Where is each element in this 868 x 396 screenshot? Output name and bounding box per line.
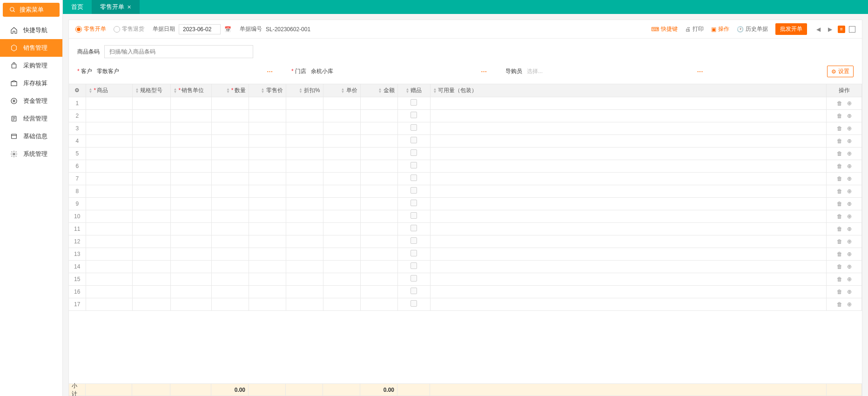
delete-icon[interactable]: 🗑: [837, 251, 842, 257]
cell-product[interactable]: [86, 285, 132, 298]
cell-retail-price[interactable]: [249, 235, 286, 248]
cell-unit-price[interactable]: [323, 222, 360, 235]
cell-spec[interactable]: [132, 134, 170, 147]
cell-gift[interactable]: [397, 273, 430, 285]
cell-spec[interactable]: [132, 298, 170, 310]
cell-unit-price[interactable]: [323, 160, 360, 172]
sidebar-item-3[interactable]: 库存核算: [0, 74, 62, 92]
cell-amount[interactable]: [360, 197, 397, 210]
cell-qty[interactable]: [211, 197, 249, 210]
cell-retail-price[interactable]: [249, 298, 286, 310]
insert-icon[interactable]: ⊕: [847, 138, 852, 144]
delete-icon[interactable]: 🗑: [837, 175, 842, 182]
cell-product[interactable]: [86, 147, 132, 160]
cell-discount[interactable]: [286, 260, 323, 273]
cell-unit-price[interactable]: [323, 109, 360, 122]
cell-unit-price[interactable]: [323, 172, 360, 185]
cell-unit[interactable]: [170, 260, 211, 273]
cell-amount[interactable]: [360, 134, 397, 147]
cell-qty[interactable]: [211, 222, 249, 235]
table-row[interactable]: 3🗑⊕: [69, 122, 862, 134]
cell-amount[interactable]: [360, 185, 397, 197]
cell-qty[interactable]: [211, 248, 249, 260]
cell-amount[interactable]: [360, 235, 397, 248]
cell-unit[interactable]: [170, 298, 211, 310]
cell-product[interactable]: [86, 122, 132, 134]
cell-retail-price[interactable]: [249, 160, 286, 172]
delete-icon[interactable]: 🗑: [837, 113, 842, 119]
gift-checkbox[interactable]: [410, 99, 417, 106]
delete-icon[interactable]: 🗑: [837, 138, 842, 144]
cell-qty[interactable]: [211, 160, 249, 172]
gift-checkbox[interactable]: [410, 137, 417, 143]
search-menu-button[interactable]: 搜索菜单: [3, 3, 60, 17]
cell-qty[interactable]: [211, 185, 249, 197]
cell-unit-price[interactable]: [323, 260, 360, 273]
cell-amount[interactable]: [360, 298, 397, 310]
cell-retail-price[interactable]: [249, 134, 286, 147]
cell-qty[interactable]: [211, 235, 249, 248]
cell-unit[interactable]: [170, 97, 211, 109]
cell-spec[interactable]: [132, 273, 170, 285]
cell-spec[interactable]: [132, 248, 170, 260]
table-row[interactable]: 17🗑⊕: [69, 298, 862, 310]
cell-unit[interactable]: [170, 273, 211, 285]
cell-unit-price[interactable]: [323, 147, 360, 160]
th-discount[interactable]: 折扣%: [286, 84, 323, 97]
cell-qty[interactable]: [211, 172, 249, 185]
cell-spec[interactable]: [132, 222, 170, 235]
cell-discount[interactable]: [286, 197, 323, 210]
cell-unit[interactable]: [170, 134, 211, 147]
cell-unit[interactable]: [170, 122, 211, 134]
cell-retail-price[interactable]: [249, 197, 286, 210]
cell-discount[interactable]: [286, 222, 323, 235]
sidebar-item-2[interactable]: 采购管理: [0, 57, 62, 74]
cell-unit[interactable]: [170, 222, 211, 235]
cell-spec[interactable]: [132, 147, 170, 160]
cell-product[interactable]: [86, 222, 132, 235]
sidebar-item-1[interactable]: 销售管理: [0, 39, 62, 57]
cell-qty[interactable]: [211, 122, 249, 134]
cell-amount[interactable]: [360, 109, 397, 122]
delete-icon[interactable]: 🗑: [837, 213, 842, 220]
cell-discount[interactable]: [286, 210, 323, 222]
cell-product[interactable]: [86, 97, 132, 109]
gift-checkbox[interactable]: [410, 112, 417, 118]
insert-icon[interactable]: ⊕: [847, 301, 852, 308]
radio-retail-sale[interactable]: 零售开单: [75, 25, 106, 33]
table-row[interactable]: 16🗑⊕: [69, 285, 862, 298]
cell-retail-price[interactable]: [249, 273, 286, 285]
cell-discount[interactable]: [286, 134, 323, 147]
cell-qty[interactable]: [211, 260, 249, 273]
delete-icon[interactable]: 🗑: [837, 100, 842, 107]
cell-spec[interactable]: [132, 122, 170, 134]
insert-icon[interactable]: ⊕: [847, 251, 852, 257]
date-input[interactable]: 2023-06-02: [179, 24, 221, 34]
cell-amount[interactable]: [360, 147, 397, 160]
table-row[interactable]: 5🗑⊕: [69, 147, 862, 160]
cell-gift[interactable]: [397, 197, 430, 210]
sidebar-item-4[interactable]: 资金管理: [0, 92, 62, 110]
cell-discount[interactable]: [286, 248, 323, 260]
insert-icon[interactable]: ⊕: [847, 113, 852, 119]
delete-icon[interactable]: 🗑: [837, 226, 842, 232]
shortcut-link[interactable]: ⌨ 快捷键: [651, 25, 678, 33]
customer-picker-icon[interactable]: ···: [267, 68, 273, 75]
cell-product[interactable]: [86, 160, 132, 172]
cell-discount[interactable]: [286, 160, 323, 172]
cell-amount[interactable]: [360, 97, 397, 109]
delete-icon[interactable]: 🗑: [837, 263, 842, 270]
table-row[interactable]: 11🗑⊕: [69, 222, 862, 235]
prev-icon[interactable]: ◀: [814, 25, 822, 34]
cell-spec[interactable]: [132, 185, 170, 197]
cell-product[interactable]: [86, 134, 132, 147]
operate-link[interactable]: ▣ 操作: [711, 25, 729, 33]
delete-icon[interactable]: 🗑: [837, 201, 842, 207]
cell-unit[interactable]: [170, 210, 211, 222]
cell-discount[interactable]: [286, 147, 323, 160]
cell-unit-price[interactable]: [323, 185, 360, 197]
cell-qty[interactable]: [211, 298, 249, 310]
cell-amount[interactable]: [360, 122, 397, 134]
cell-product[interactable]: [86, 248, 132, 260]
settings-button[interactable]: ⚙ 设置: [827, 66, 854, 77]
